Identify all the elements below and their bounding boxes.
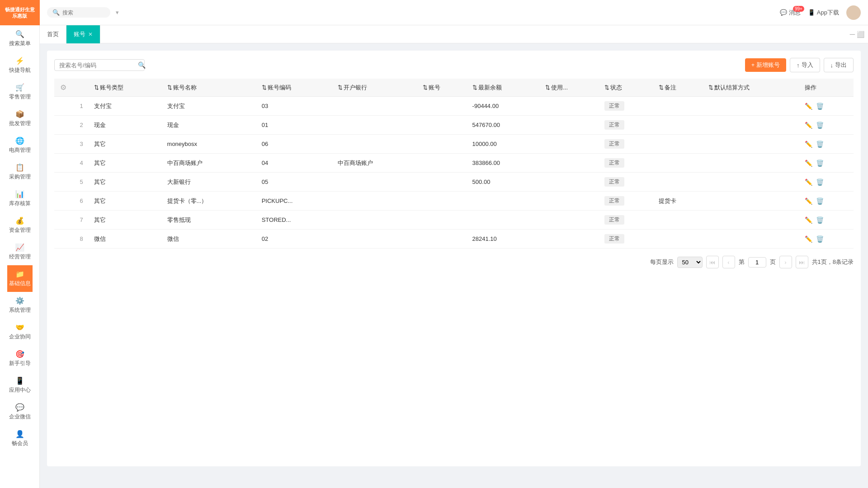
edit-icon-2[interactable]: ✏️: [805, 122, 812, 129]
tab-home[interactable]: 首页: [40, 25, 66, 43]
row-settlement-8: [705, 230, 801, 249]
row-status-7: 正常: [601, 211, 655, 230]
toolbar-left: 🔍: [54, 59, 145, 71]
sidebar-item-search-menu[interactable]: 🔍搜索菜单: [7, 25, 33, 52]
sidebar-item-quick-nav[interactable]: ⚡快捷导航: [7, 52, 33, 79]
msg-button[interactable]: 💬 消息 99+: [780, 9, 801, 17]
per-page-select[interactable]: 50 20 100: [677, 257, 703, 268]
edit-icon-1[interactable]: ✏️: [805, 103, 812, 110]
sidebar-item-corp-wechat[interactable]: 💬企业微信: [7, 399, 33, 425]
topbar-dropdown-icon[interactable]: ▾: [116, 9, 119, 16]
sidebar-item-inventory[interactable]: 📊库存核算: [7, 185, 33, 212]
col-bank-header[interactable]: ⇅开户银行: [334, 79, 419, 97]
sidebar-item-newcomer[interactable]: 🎯新手引导: [7, 345, 33, 372]
delete-icon-7[interactable]: 🗑️: [816, 216, 824, 224]
row-index-1: 1: [72, 97, 90, 116]
col-account-header[interactable]: ⇅账号: [419, 79, 469, 97]
row-settlement-2: [705, 116, 801, 135]
sidebar-item-corp-agreement[interactable]: 🤝企业协同: [7, 319, 33, 345]
row-action-1: ✏️ 🗑️: [801, 97, 854, 116]
col-default-settlement-header[interactable]: ⇅默认结算方式: [705, 79, 801, 97]
col-remark-header[interactable]: ⇅备注: [655, 79, 705, 97]
sidebar-icon-purchase-mgmt: 📋: [15, 163, 24, 172]
sidebar-label-sys-mgmt: 系统管理: [9, 306, 31, 314]
prev-page-button[interactable]: ‹: [722, 256, 735, 268]
window-maximize-button[interactable]: ⬜: [857, 31, 864, 38]
edit-icon-3[interactable]: ✏️: [805, 141, 812, 148]
edit-icon-5[interactable]: ✏️: [805, 178, 812, 186]
row-action-6: ✏️ 🗑️: [801, 192, 854, 211]
topbar-left: 🔍 ▾: [47, 7, 119, 18]
account-search-box[interactable]: 🔍: [54, 59, 145, 71]
row-type-7: 其它: [90, 211, 164, 230]
add-account-button[interactable]: + 新增账号: [745, 58, 786, 72]
last-page-button[interactable]: ⏭: [796, 256, 808, 268]
delete-icon-8[interactable]: 🗑️: [816, 235, 824, 243]
row-setting-8: [54, 230, 72, 249]
row-bank-5: [334, 173, 419, 192]
sidebar-item-member[interactable]: 👤畅会员: [7, 425, 33, 452]
table-row: 1 支付宝 支付宝 03 -90444.00 正常 ✏️ 🗑️: [54, 97, 854, 116]
col-balance-header[interactable]: ⇅最新余额: [469, 79, 542, 97]
edit-icon-7[interactable]: ✏️: [805, 216, 812, 224]
row-code-1: 03: [258, 97, 335, 116]
export-button[interactable]: ↓ 导出: [824, 58, 854, 72]
col-status-sort-icon: ⇅: [604, 84, 609, 91]
delete-icon-6[interactable]: 🗑️: [816, 197, 824, 205]
row-remark-6: 提货卡: [655, 192, 705, 211]
sidebar-item-basic-info[interactable]: 📁基础信息: [7, 265, 33, 292]
app-download-icon: 📱: [808, 9, 815, 16]
sidebar-label-ops-mgmt: 经营管理: [9, 253, 31, 261]
col-type-header[interactable]: ⇅账号类型: [90, 79, 164, 97]
sidebar-icon-inventory: 📊: [15, 190, 24, 198]
row-account-6: [419, 192, 469, 211]
delete-icon-1[interactable]: 🗑️: [816, 103, 824, 110]
col-status-header[interactable]: ⇅状态: [601, 79, 655, 97]
table-row: 6 其它 提货卡（零...） PICKUPC... 正常 提货卡 ✏️ 🗑️: [54, 192, 854, 211]
sidebar-item-ops-mgmt[interactable]: 📈经营管理: [7, 239, 33, 265]
table-row: 4 其它 中百商场账户 04 中百商场账户 383866.00 正常 ✏️ 🗑️: [54, 154, 854, 173]
sidebar-label-newcomer: 新手引导: [9, 360, 31, 367]
delete-icon-3[interactable]: 🗑️: [816, 141, 824, 148]
row-remark-5: [655, 173, 705, 192]
edit-icon-8[interactable]: ✏️: [805, 235, 812, 243]
row-remark-8: [655, 230, 705, 249]
edit-icon-4[interactable]: ✏️: [805, 160, 812, 167]
sidebar-item-purchase-mgmt[interactable]: 📋采购管理: [7, 159, 33, 185]
app-download-button[interactable]: 📱 App下载: [808, 9, 839, 17]
next-page-button[interactable]: ›: [779, 256, 792, 268]
col-usage-header[interactable]: ⇅使用...: [542, 79, 601, 97]
sidebar-item-app-center[interactable]: 📱应用中心: [7, 372, 33, 399]
delete-icon-4[interactable]: 🗑️: [816, 160, 824, 167]
col-setting: ⚙: [54, 79, 72, 97]
sidebar-icon-member: 👤: [15, 430, 24, 438]
topbar-search-box[interactable]: 🔍: [47, 7, 110, 18]
window-minimize-button[interactable]: ─: [850, 30, 855, 38]
sidebar-item-ecommerce-mgmt[interactable]: 🌐电商管理: [7, 132, 33, 159]
row-account-3: [419, 135, 469, 154]
tab-accounts[interactable]: 账号✕: [66, 25, 100, 43]
first-page-button[interactable]: ⏮: [706, 256, 719, 268]
row-usage-3: [542, 135, 601, 154]
account-search-input[interactable]: [59, 62, 135, 69]
import-button[interactable]: ↑ 导入: [790, 58, 820, 72]
tab-close-accounts[interactable]: ✕: [88, 31, 93, 38]
page-number-input[interactable]: 1: [748, 257, 766, 267]
sidebar-item-wholesale-mgmt[interactable]: 📦批发管理: [7, 105, 33, 132]
sidebar-item-sys-mgmt[interactable]: ⚙️系统管理: [7, 292, 33, 319]
row-status-5: 正常: [601, 173, 655, 192]
sidebar-label-retail-mgmt: 零售管理: [9, 93, 31, 101]
column-settings-button[interactable]: ⚙: [60, 83, 66, 92]
col-name-header[interactable]: ⇅账号名称: [164, 79, 258, 97]
edit-icon-6[interactable]: ✏️: [805, 197, 812, 205]
user-avatar[interactable]: [846, 5, 861, 20]
row-type-5: 其它: [90, 173, 164, 192]
sidebar-item-finance-mgmt[interactable]: 💰资金管理: [7, 212, 33, 239]
delete-icon-2[interactable]: 🗑️: [816, 122, 824, 129]
sidebar-item-retail-mgmt[interactable]: 🛒零售管理: [7, 79, 33, 105]
row-type-4: 其它: [90, 154, 164, 173]
row-name-7: 零售抵现: [164, 211, 258, 230]
delete-icon-5[interactable]: 🗑️: [816, 178, 824, 186]
col-code-header[interactable]: ⇅账号编码: [258, 79, 335, 97]
topbar-search-input[interactable]: [62, 9, 99, 16]
